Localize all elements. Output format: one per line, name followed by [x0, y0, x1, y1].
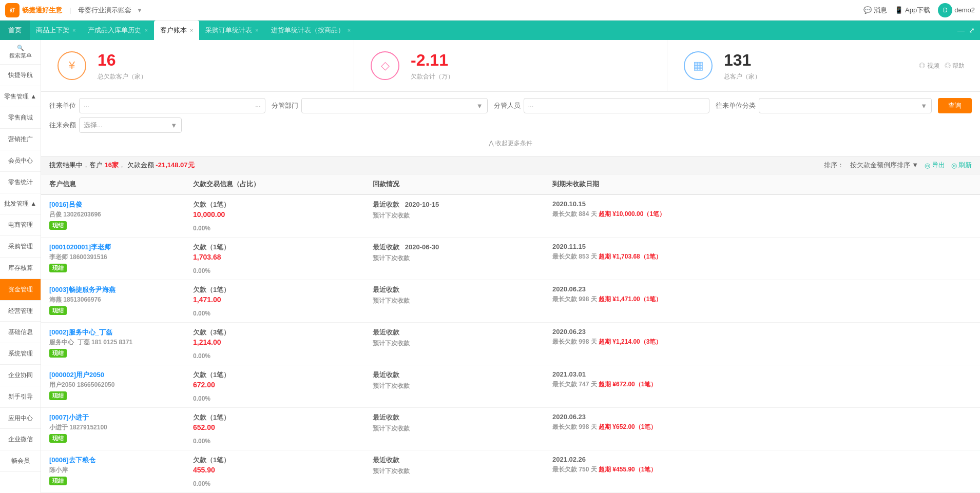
sidebar-item-retail-stats[interactable]: 零售统计: [0, 172, 41, 193]
debt-percent-6: 0.00%: [193, 480, 373, 487]
status-badge-5: 现结: [49, 434, 67, 443]
tab-customer-account-close[interactable]: ×: [190, 27, 193, 33]
customer-name-5[interactable]: [0007]小进于: [49, 413, 89, 421]
table-row: [0007]小进于 小进于 18279152100 现结 欠款（1笔） 652.…: [41, 408, 980, 450]
customer-name-1[interactable]: [0001020001]李老师: [49, 243, 111, 251]
person-input[interactable]: ···: [524, 98, 710, 113]
tab-stock-statistics[interactable]: 进货单统计表（按商品） ×: [265, 21, 357, 40]
sidebar-item-retail-mall[interactable]: 零售商城: [0, 107, 41, 129]
sidebar-item-app-center[interactable]: 应用中心: [0, 408, 41, 429]
tab-product-history-close[interactable]: ×: [144, 27, 147, 33]
dropdown-icon[interactable]: ▼: [137, 7, 142, 13]
store-name[interactable]: 母婴行业演示账套: [78, 6, 131, 15]
debt-amount-2: 1,471.00: [193, 295, 373, 304]
sidebar-item-basic-info[interactable]: 基础信息: [0, 322, 41, 343]
return-label-2: 最近收款: [373, 285, 552, 294]
tab-bar: 首页 商品上下架 × 产成品入库单历史 × 客户账本 × 采购订单统计表 × 进…: [0, 21, 980, 40]
expire-info-2: 2020.06.23 最长欠款 998 天 超期 ¥1,471.00（1笔）: [552, 285, 972, 304]
tab-expand-icon[interactable]: ⤢: [969, 26, 975, 34]
sidebar-item-enterprise[interactable]: 企业协同: [0, 365, 41, 386]
expire-overdue-2[interactable]: 超期 ¥1,471.00（1笔）: [599, 295, 662, 303]
return-next-1: 预计下次收款: [373, 254, 552, 263]
tab-purchase-order[interactable]: 采购订单统计表 ×: [199, 21, 264, 40]
expire-date-1: 2020.11.15: [552, 243, 972, 250]
layout: 🔍 搜索菜单 快捷导航 零售管理 ▲ 零售商城 营销推广 会员中心 零售统计 批…: [0, 40, 980, 493]
sidebar-item-inventory[interactable]: 库存核算: [0, 258, 41, 279]
filter-area: 往来单位 ··· 分管部门 ▼ 分管人员 ·: [41, 92, 980, 156]
sidebar-item-ops-mgmt[interactable]: 经营管理: [0, 301, 41, 322]
tab-stock-statistics-close[interactable]: ×: [348, 27, 351, 33]
sidebar-item-newbie[interactable]: 新手引导: [0, 386, 41, 408]
tab-product-status-label: 商品上下架: [36, 26, 69, 35]
sidebar-item-corp-wechat[interactable]: 企业微信: [0, 429, 41, 450]
expire-date-5: 2020.06.23: [552, 413, 972, 421]
customer-name-3[interactable]: [0002]服务中心_丁磊: [49, 328, 112, 336]
sidebar-item-ecommerce[interactable]: 电商管理: [0, 214, 41, 236]
user-avatar[interactable]: D demo2: [938, 3, 975, 17]
export-button[interactable]: ◎ 导出: [925, 161, 945, 170]
return-next-5: 预计下次收款: [373, 424, 552, 433]
tab-product-status-close[interactable]: ×: [72, 27, 75, 33]
customer-name-2[interactable]: [0003]畅捷服务尹海燕: [49, 286, 116, 293]
tab-product-history[interactable]: 产成品入库单历史 ×: [82, 21, 153, 40]
sidebar-item-batch-mgmt[interactable]: 批发管理 ▲: [0, 193, 41, 215]
customer-name-4[interactable]: [000002]用户2050: [49, 371, 104, 379]
tab-customer-account-label: 客户账本: [160, 26, 187, 35]
sidebar-search[interactable]: 🔍 搜索菜单: [0, 40, 41, 65]
sidebar-item-marketing[interactable]: 营销推广: [0, 129, 41, 150]
expire-overdue-5[interactable]: 超期 ¥652.00（1笔）: [599, 423, 657, 430]
tab-purchase-order-close[interactable]: ×: [255, 27, 258, 33]
source-unit-input[interactable]: ···: [79, 98, 265, 113]
dept-select[interactable]: ▼: [301, 98, 488, 113]
collapse-bar[interactable]: ⋀ 收起更多条件: [49, 137, 972, 150]
sidebar-item-retail-mgmt[interactable]: 零售管理 ▲: [0, 86, 41, 108]
table-row: [0016]吕俊 吕俊 13026203696 现结 欠款（1笔） 10,000…: [41, 195, 980, 238]
filter-person: 分管人员 ···: [494, 98, 710, 113]
balance-select[interactable]: 选择... ▼: [79, 117, 182, 133]
help-link[interactable]: ◎ 帮助: [945, 62, 965, 70]
return-label-1: 最近收款 2020-06-30: [373, 243, 552, 252]
expire-overdue-1[interactable]: 超期 ¥1,703.68（1笔）: [599, 253, 662, 260]
tab-collapse-icon[interactable]: —: [957, 26, 965, 34]
user-name: demo2: [954, 6, 975, 14]
sidebar-item-finance[interactable]: 资金管理: [0, 279, 41, 301]
table-header: 客户信息 欠款交易信息（占比） 回款情况 到期未收款日期: [41, 174, 980, 195]
return-next-4: 预计下次收款: [373, 382, 552, 390]
expire-overdue-3[interactable]: 超期 ¥1,214.00（3笔）: [599, 338, 662, 345]
sidebar-quick-nav[interactable]: 快捷导航: [0, 65, 41, 86]
customer-contact-4: 用户2050 18665062050: [49, 381, 193, 389]
avatar-icon: D: [938, 3, 952, 17]
tab-customer-account[interactable]: 客户账本 ×: [154, 21, 199, 40]
customer-name-6[interactable]: [0006]去下粮仓: [49, 456, 95, 464]
tab-product-status[interactable]: 商品上下架 ×: [30, 21, 82, 40]
debt-label-2: 欠款（1笔）: [193, 285, 373, 294]
filter-unit-class: 往来单位分类 ▼: [716, 98, 932, 113]
expire-overdue-0[interactable]: 超期 ¥10,000.00（1笔）: [599, 210, 665, 218]
expire-overdue-4[interactable]: 超期 ¥672.00（1笔）: [599, 381, 657, 388]
tab-purchase-order-label: 采购订单统计表: [205, 26, 252, 35]
results-info: 搜索结果中，客户 16家， 欠款金额 -21,148.07元: [49, 161, 195, 170]
unit-class-select[interactable]: ▼: [759, 98, 932, 113]
debt-label-4: 欠款（1笔）: [193, 370, 373, 380]
video-link[interactable]: ◎ 视频: [919, 62, 939, 70]
sort-select[interactable]: 按欠款金额倒序排序 ▼: [850, 161, 918, 170]
expire-info-4: 2021.03.01 最长欠款 747 天 超期 ¥672.00（1笔）: [552, 370, 972, 389]
refresh-button[interactable]: ◎ 刷新: [951, 161, 972, 170]
app-download-button[interactable]: 📱 App下载: [895, 6, 930, 15]
filter-balance: 往来余额 选择... ▼: [49, 117, 972, 133]
sidebar-item-system[interactable]: 系统管理: [0, 343, 41, 365]
summary-card-customers: ¥ 16 总欠款客户（家）: [41, 40, 354, 91]
app-icon: 📱: [895, 6, 903, 14]
message-button[interactable]: 💬 消息: [863, 6, 887, 15]
customer-name-0[interactable]: [0016]吕俊: [49, 201, 82, 208]
sidebar-item-vip-member[interactable]: 畅会员: [0, 450, 41, 472]
search-button[interactable]: 查询: [938, 98, 972, 113]
expire-detail-4: 最长欠款 747 天 超期 ¥672.00（1笔）: [552, 380, 972, 389]
tab-home[interactable]: 首页: [0, 21, 30, 40]
expire-overdue-6[interactable]: 超期 ¥455.90（1笔）: [599, 466, 657, 473]
sidebar-item-purchase-mgmt[interactable]: 采购管理: [0, 236, 41, 258]
return-next-6: 预计下次收款: [373, 467, 552, 476]
customer-contact-5: 小进于 18279152100: [49, 423, 193, 432]
sidebar-item-member[interactable]: 会员中心: [0, 150, 41, 172]
person-label: 分管人员: [494, 101, 521, 110]
